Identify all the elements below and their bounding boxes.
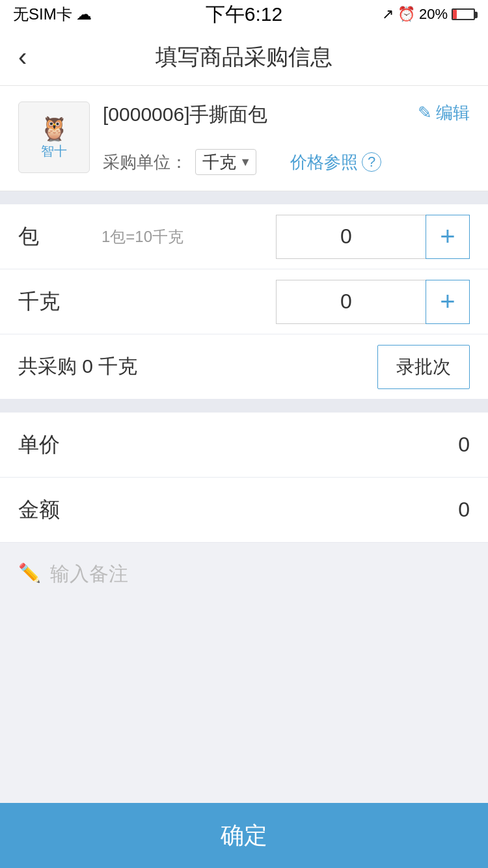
product-info: [0000006]手撕面包 ✎ 编辑 采购单位： 千克 包 价格参照 ? (103, 102, 470, 175)
edit-button[interactable]: ✎ 编辑 (418, 102, 470, 124)
form-sublabel-bao: 1包=10千克 (102, 226, 183, 247)
nav-bar: ‹ 填写商品采购信息 (0, 29, 488, 86)
status-time: 下午6:12 (206, 1, 282, 28)
back-button[interactable]: ‹ (18, 42, 27, 72)
kg-quantity-input[interactable] (276, 280, 426, 324)
empty-space (0, 634, 488, 829)
product-image: 🦉 智十 (18, 102, 90, 173)
form-label-kg: 千克 (18, 288, 96, 316)
unit-select[interactable]: 千克 包 (195, 149, 256, 175)
total-row: 共采购 0 千克 录批次 (0, 334, 488, 400)
price-section: 单价 0 金额 0 (0, 413, 488, 543)
no-sim-text: 无SIM卡 ☁ (13, 4, 92, 25)
total-unit: 千克 (98, 355, 137, 377)
total-amount: 0 (82, 355, 93, 377)
total-text: 共采购 0 千克 (18, 353, 137, 380)
form-row-kg: 千克 + (0, 269, 488, 334)
total-prefix: 共采购 (18, 355, 77, 377)
unit-price-label: 单价 (18, 431, 60, 459)
status-right: ↗ ⏰ 20% (382, 6, 475, 23)
amount-label: 金额 (18, 496, 60, 524)
product-unit-row: 采购单位： 千克 包 价格参照 ? (103, 149, 470, 175)
form-row-bao: 包 1包=10千克 + (0, 204, 488, 269)
section-divider-1 (0, 191, 488, 204)
status-bar: 无SIM卡 ☁ 下午6:12 ↗ ⏰ 20% (0, 0, 488, 29)
price-row-amount: 金额 0 (0, 478, 488, 543)
price-ref-button[interactable]: 价格参照 ? (290, 151, 381, 174)
confirm-button-label: 确定 (221, 820, 267, 852)
pencil-icon: ✏️ (18, 562, 41, 584)
help-icon: ? (362, 152, 381, 172)
confirm-button[interactable]: 确定 (0, 803, 488, 868)
battery-text: 20% (419, 6, 448, 23)
note-section[interactable]: ✏️ 输入备注 (0, 543, 488, 634)
form-label-bao: 包 (18, 223, 96, 251)
bao-plus-button[interactable]: + (426, 215, 470, 259)
page-title: 填写商品采购信息 (156, 42, 332, 72)
unit-price-value: 0 (458, 433, 470, 457)
bao-quantity-input[interactable] (276, 215, 426, 259)
brand-text: 智十 (41, 142, 67, 160)
price-row-unit: 单价 0 (0, 413, 488, 478)
amount-value: 0 (458, 498, 470, 522)
kg-plus-button[interactable]: + (426, 280, 470, 324)
section-divider-2 (0, 400, 488, 413)
unit-label: 采购单位： (103, 151, 187, 174)
battery-icon (452, 8, 475, 20)
note-placeholder: 输入备注 (50, 561, 128, 588)
form-input-wrap-kg: + (96, 280, 470, 324)
product-top-row: [0000006]手撕面包 ✎ 编辑 (103, 102, 470, 139)
form-input-wrap-bao: + (183, 215, 470, 259)
form-section: 包 1包=10千克 + 千克 + (0, 204, 488, 334)
status-left: 无SIM卡 ☁ (13, 4, 92, 25)
owl-icon: 🦉 (40, 115, 69, 142)
unit-select-wrap[interactable]: 千克 包 (195, 149, 256, 175)
product-card: 🦉 智十 [0000006]手撕面包 ✎ 编辑 采购单位： 千克 包 (0, 86, 488, 191)
edit-icon: ✎ (418, 103, 432, 123)
price-ref-label: 价格参照 (290, 151, 358, 174)
edit-label: 编辑 (436, 102, 470, 124)
batch-button[interactable]: 录批次 (377, 345, 470, 389)
alarm-icon: ⏰ (398, 6, 415, 23)
location-icon: ↗ (382, 6, 394, 23)
product-name: [0000006]手撕面包 (103, 102, 267, 128)
